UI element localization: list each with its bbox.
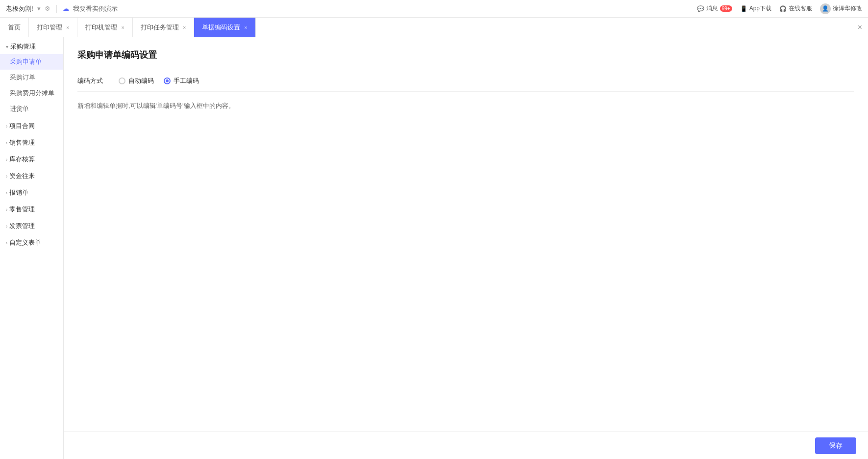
sidebar: ▾ 采购管理 采购申请单 采购订单 采购费用分摊单 进货单 › 项目合同 › 销… — [0, 37, 64, 459]
tab-home-label: 首页 — [8, 23, 21, 32]
sidebar-item-purchase-order-label: 采购订单 — [10, 74, 35, 81]
sidebar-item-purchase-expense[interactable]: 采购费用分摊单 — [0, 85, 63, 101]
radio-auto-circle — [119, 77, 125, 84]
sidebar-item-purchase-request-label: 采购申请单 — [10, 58, 42, 65]
sidebar-item-purchase-expense-label: 采购费用分摊单 — [10, 89, 54, 97]
sidebar-group-retail-arrow: › — [6, 207, 7, 212]
sidebar-group-custom-form[interactable]: › 自定义表单 — [0, 233, 63, 250]
tab-print-task-close[interactable]: × — [183, 25, 186, 30]
avatar: 👤 — [820, 3, 831, 14]
tab-bar: 首页 打印管理 × 打印机管理 × 打印任务管理 × 单据编码设置 × × — [0, 18, 868, 37]
sidebar-group-sales-label: 销售管理 — [9, 138, 35, 147]
sidebar-group-finance-arrow: › — [6, 174, 7, 179]
divider — [56, 5, 57, 13]
sidebar-group-invoice-arrow: › — [6, 224, 7, 229]
user-name: 徐泽华修改 — [833, 4, 862, 13]
message-button[interactable]: 💬 消息 99+ — [697, 4, 732, 13]
radio-manual-code[interactable]: 手工编码 — [164, 76, 199, 85]
top-bar-left: 老板勿割! ▾ ⚙ ☁ 我要看实例演示 — [6, 4, 118, 13]
app-title: 老板勿割! — [6, 4, 33, 13]
sidebar-group-project-arrow: › — [6, 124, 7, 129]
sidebar-group-finance[interactable]: › 资金往来 — [0, 167, 63, 183]
sidebar-group-expense[interactable]: › 报销单 — [0, 183, 63, 200]
phone-icon: 📱 — [740, 5, 747, 12]
sidebar-group-purchase-label: 采购管理 — [10, 42, 36, 51]
message-badge: 99+ — [720, 5, 732, 12]
radio-auto-label: 自动编码 — [128, 76, 154, 85]
demo-text[interactable]: 我要看实例演示 — [73, 4, 118, 13]
sidebar-group-inventory[interactable]: › 库存核算 — [0, 150, 63, 167]
sidebar-group-sales-arrow: › — [6, 140, 7, 146]
sidebar-group-inventory-label: 库存核算 — [9, 155, 35, 164]
tab-code-setting-close[interactable]: × — [244, 25, 247, 30]
sidebar-group-purchase[interactable]: ▾ 采购管理 — [0, 37, 63, 54]
bottom-bar: 保存 — [64, 432, 868, 459]
sidebar-group-project-label: 项目合同 — [9, 122, 35, 130]
tab-print-management[interactable]: 打印管理 × — [29, 18, 77, 37]
radio-manual-circle — [164, 77, 171, 84]
sidebar-group-sales[interactable]: › 销售管理 — [0, 133, 63, 150]
coding-mode-label: 编码方式 — [77, 76, 107, 85]
sidebar-group-finance-label: 资金往来 — [9, 172, 35, 180]
content-main: 采购申请单编码设置 编码方式 自动编码 手工编码 新增和编辑单据时,可以编辑'单… — [64, 37, 868, 432]
radio-auto-code[interactable]: 自动编码 — [119, 76, 154, 85]
message-icon: 💬 — [697, 5, 704, 12]
sidebar-group-inventory-arrow: › — [6, 157, 7, 162]
coding-mode-radio-group: 自动编码 手工编码 — [119, 76, 199, 85]
headset-icon: 🎧 — [779, 5, 787, 12]
sidebar-item-purchase-request[interactable]: 采购申请单 — [0, 54, 63, 70]
sidebar-group-retail-label: 零售管理 — [9, 205, 35, 214]
cloud-icon: ☁ — [63, 5, 69, 12]
sidebar-item-goods-receipt[interactable]: 进货单 — [0, 101, 63, 117]
save-button[interactable]: 保存 — [815, 437, 856, 454]
sidebar-group-expense-label: 报销单 — [9, 188, 28, 197]
radio-manual-label: 手工编码 — [174, 76, 199, 85]
sidebar-group-custom-form-arrow: › — [6, 240, 7, 246]
tab-print-task-label: 打印任务管理 — [141, 23, 179, 32]
coding-mode-row: 编码方式 自动编码 手工编码 — [77, 71, 854, 92]
sidebar-group-invoice[interactable]: › 发票管理 — [0, 217, 63, 233]
user-profile[interactable]: 👤 徐泽华修改 — [820, 3, 862, 14]
sidebar-group-purchase-arrow: ▾ — [6, 44, 8, 50]
gear-icon[interactable]: ⚙ — [45, 5, 50, 12]
sidebar-group-custom-form-label: 自定义表单 — [9, 238, 41, 247]
sidebar-group-expense-arrow: › — [6, 190, 7, 196]
tab-code-setting-label: 单据编码设置 — [202, 23, 240, 32]
tab-printer-management-label: 打印机管理 — [85, 23, 117, 32]
sidebar-group-project[interactable]: › 项目合同 — [0, 117, 63, 133]
tab-print-task[interactable]: 打印任务管理 × — [133, 18, 194, 37]
online-service-label: 在线客服 — [789, 4, 812, 13]
top-bar-right: 💬 消息 99+ 📱 App下载 🎧 在线客服 👤 徐泽华修改 — [697, 3, 862, 14]
tab-code-setting[interactable]: 单据编码设置 × — [194, 18, 255, 37]
dropdown-icon[interactable]: ▾ — [37, 5, 41, 12]
tab-home[interactable]: 首页 — [0, 18, 29, 37]
tab-printer-management[interactable]: 打印机管理 × — [77, 18, 132, 37]
sidebar-item-goods-receipt-label: 进货单 — [10, 105, 29, 112]
page-title: 采购申请单编码设置 — [77, 49, 854, 61]
main-layout: ▾ 采购管理 采购申请单 采购订单 采购费用分摊单 进货单 › 项目合同 › 销… — [0, 37, 868, 459]
message-label: 消息 — [706, 4, 718, 13]
tab-printer-management-close[interactable]: × — [121, 25, 124, 30]
sidebar-group-invoice-label: 发票管理 — [9, 222, 35, 230]
app-download-label: App下载 — [749, 4, 771, 13]
tab-print-management-close[interactable]: × — [66, 25, 69, 30]
app-download-button[interactable]: 📱 App下载 — [740, 4, 771, 13]
content-area: 采购申请单编码设置 编码方式 自动编码 手工编码 新增和编辑单据时,可以编辑'单… — [64, 37, 868, 459]
online-service-button[interactable]: 🎧 在线客服 — [779, 4, 812, 13]
top-bar: 老板勿割! ▾ ⚙ ☁ 我要看实例演示 💬 消息 99+ 📱 App下载 🎧 在… — [0, 0, 868, 18]
tab-close-all-icon[interactable]: × — [858, 23, 868, 32]
sidebar-item-purchase-order[interactable]: 采购订单 — [0, 70, 63, 85]
hint-text: 新增和编辑单据时,可以编辑'单编码号'输入框中的内容。 — [77, 102, 854, 110]
sidebar-group-retail[interactable]: › 零售管理 — [0, 200, 63, 217]
tab-print-management-label: 打印管理 — [37, 23, 62, 32]
